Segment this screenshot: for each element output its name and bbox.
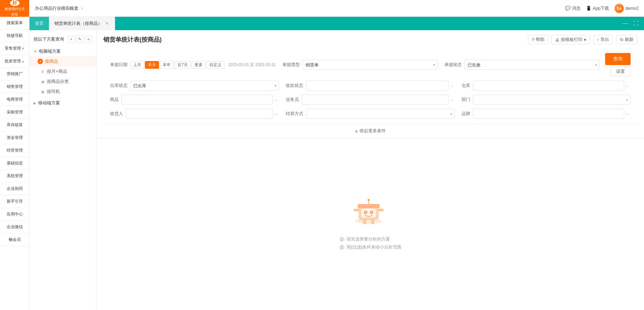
sidebar-item-retail[interactable]: 零售管理 ▼ [0,42,29,55]
tab-home[interactable]: 首页 [30,17,49,30]
sidebar-item-system[interactable]: 系统管理 [0,170,29,183]
tab-close-btn[interactable]: ✕ [104,21,110,26]
warehouse-label: 仓库 [462,83,470,89]
add-scheme-btn[interactable]: + [67,36,75,43]
sidebar-item-operation[interactable]: 经营管理 [0,144,29,157]
recv-status-ellipsis[interactable]: ··· [448,83,455,88]
main-container: 办公用品行业模拟账套 ▾ 💬 消息 📱 App下载 Ea demo2 首页 销货… [30,0,644,310]
tab-sales-stats-label: 销货单统计表（按商品） [54,20,102,27]
out-status-label: 出库状态 [110,83,127,89]
sidebar-item-ecommerce[interactable]: 电商管理 [0,93,29,106]
logo-text: 畅捷通好生意 [5,7,25,11]
scheme-by-driver[interactable]: ▦ 按司机 [30,87,96,97]
export-btn[interactable]: ↑ 导出 [593,35,613,44]
out-status-select[interactable]: 已出库 [130,81,279,91]
warehouse-input[interactable] [473,81,624,91]
desktop-collapse-icon: ▼ [34,50,37,53]
brand-filter: 品牌 ··· [462,109,631,119]
brand-ellipsis[interactable]: ··· [624,111,631,116]
sidebar-item-marketing[interactable]: 营销推广 [0,68,29,81]
date-7days-btn[interactable]: 近7天 [174,61,191,69]
svg-rect-2 [358,204,380,208]
out-status-filter: 出库状态 已出库 ▾ [110,81,279,91]
query-btn[interactable]: 查询 [605,53,631,65]
collapse-btn[interactable]: ∧ 收起更多条件 [351,126,390,135]
filter-row-1: 单据日期 上月 本月 本年 近7天 更多 自定义 20 [110,53,631,76]
scheme-by-month-goods[interactable]: 🗓 按月+商品 [30,66,96,76]
settle-filter: 结算方式 ▾ [286,109,455,119]
goods-ellipsis[interactable]: ··· [273,97,279,102]
tip1-text: 请先选择要分析的方案 [346,236,390,242]
date-current-month-btn[interactable]: 本月 [145,61,159,69]
sidebar-item-basic[interactable]: 基础信息 [0,157,29,170]
sales-filter: 业务员 ··· [286,95,455,105]
help-btn[interactable]: ? 帮助 [528,35,548,44]
logo-subtitle: 标版 [11,12,18,17]
sidebar-item-sales[interactable]: 销售管理 [0,81,29,93]
app-download-btn[interactable]: 📱 App下载 [586,5,609,11]
sales-input[interactable] [302,95,448,105]
status-label: 单据状态 [444,62,462,68]
sidebar-item-purchase[interactable]: 采购管理 [0,106,29,119]
scheme-by-goods[interactable]: ● 按商品 [30,56,96,66]
desktop-scheme-group: ▼ 电脑端方案 ● 按商品 🗓 按月+商品 ▦ 按商品分类 ▦ 按司机 [30,46,96,97]
dept-select[interactable] [473,95,631,105]
filter-row-3: 商品 ··· 业务员 ··· 部门 [110,95,631,105]
date-custom-btn[interactable]: 自定义 [206,61,224,69]
tab-minimize-btn[interactable]: — [621,19,629,28]
sidebar-item-enterprise[interactable]: 企业协同 [0,183,29,195]
filter-area: 单据日期 上月 本月 本年 近7天 更多 自定义 20 [103,48,637,123]
message-btn[interactable]: 💬 消息 [565,5,581,11]
page-actions: ? 帮助 🖨 按模板打印 ▾ ↑ 导出 ↻ [528,35,637,44]
empty-text-list: 1 请先选择要分析的方案 2 用[过滤]条件来缩小分析范围 [339,236,401,252]
date-prev-month-btn[interactable]: 上月 [130,61,144,69]
empty-state: 1 请先选择要分析的方案 2 用[过滤]条件来缩小分析范围 [97,138,644,310]
brand-input[interactable] [473,109,624,119]
sidebar-item-inventory[interactable]: 库存核算 [0,119,29,132]
svg-rect-8 [363,219,366,224]
refresh-icon: ↻ [620,37,624,42]
recv-status-input[interactable] [306,81,448,91]
sidebar-item-quick-nav[interactable]: 快捷导航 [0,30,29,42]
svg-point-13 [368,199,370,201]
desktop-group-label: 电脑端方案 [39,48,61,54]
edit-scheme-btn[interactable]: ✎ [76,36,84,43]
empty-tip-1: 1 请先选择要分析的方案 [339,236,401,242]
receiver-input[interactable] [126,109,273,119]
type-select[interactable]: 销货单 [303,60,438,70]
recv-status-label: 收款状态 [286,83,303,89]
sidebar-item-search[interactable]: 搜索菜单 [0,17,29,30]
svg-rect-10 [354,209,360,211]
type-label: 单据类型 [282,62,300,68]
breadcrumb: 办公用品行业模拟账套 [35,5,78,11]
desktop-group-header[interactable]: ▼ 电脑端方案 [30,46,96,56]
refresh-btn[interactable]: ↻ 刷新 [616,35,637,44]
page-title-row: 销货单统计表(按商品) ? 帮助 🖨 按模板打印 ▾ ↑ [103,35,637,44]
date-more-btn[interactable]: 更多 [192,61,206,69]
sidebar-item-newbie[interactable]: 新手引导 [0,195,29,208]
tab-sales-stats[interactable]: 销货单统计表（按商品） ✕ [49,17,115,30]
status-select[interactable]: 已生效 [465,60,600,70]
sidebar-item-wholesale[interactable]: 批发管理 ▲ [0,55,29,68]
scheme-by-category[interactable]: ▦ 按商品分类 [30,76,96,87]
sidebar-item-apps[interactable]: 应用中心 [0,208,29,221]
user-profile[interactable]: Ea demo2 [614,4,639,13]
sidebar-item-member[interactable]: 畅会员 [0,234,29,246]
left-panel-header: 按以下方案查询 + ✎ « [30,34,96,46]
sidebar-item-wechat[interactable]: 企业微信 [0,221,29,234]
receiver-ellipsis[interactable]: ··· [273,111,279,116]
sidebar-item-finance[interactable]: 资金管理 [0,132,29,144]
settle-select[interactable] [306,109,455,119]
warehouse-ellipsis[interactable]: ··· [624,83,631,88]
tab-expand-btn[interactable]: ⛶ [632,19,640,28]
print-icon: 🖨 [555,37,559,42]
settings-btn[interactable]: 设置 [610,66,631,76]
mobile-group-header[interactable]: ▶ 移动端方案 [30,98,96,108]
filter-row-4: 收货人 ··· 结算方式 ▾ [110,109,631,119]
goods-input[interactable] [121,95,273,105]
sales-ellipsis[interactable]: ··· [448,97,455,102]
collapse-panel-btn[interactable]: « [85,36,92,43]
print-btn[interactable]: 🖨 按模板打印 ▾ [551,35,590,44]
message-label: 消息 [572,5,581,11]
date-current-year-btn[interactable]: 本年 [160,61,174,69]
